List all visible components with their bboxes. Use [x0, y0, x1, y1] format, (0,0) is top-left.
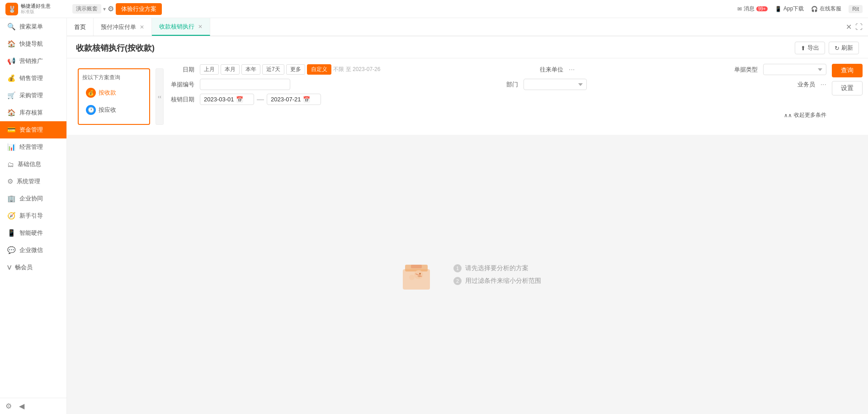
gear-icon[interactable]: ⚙ — [108, 5, 114, 13]
service-icon: 🎧 — [811, 6, 818, 12]
member-icon: Ⅴ — [7, 264, 11, 271]
inventory-icon: 🏠 — [7, 109, 16, 117]
sidebar-item-basicinfo[interactable]: 🗂 基础信息 — [0, 156, 66, 173]
sidebar-item-finance[interactable]: 💳 资金管理 — [0, 121, 66, 138]
account-name[interactable]: 演示账套 — [72, 4, 101, 14]
top-header: 🐰 畅捷通好生意 标准版 演示账套 ▾ ⚙ 体验行业方案 ✉ 消息 99+ 📱 … — [0, 0, 868, 18]
tab-bar: 首页 预付冲应付单 ✕ 收款核销执行 ✕ ✕ ⛶ — [67, 18, 868, 36]
enterprise-icon: 🏢 — [7, 195, 16, 203]
partner-dots[interactable]: ··· — [569, 66, 575, 74]
sidebar-item-label: 智能硬件 — [19, 229, 43, 237]
tab-expand-icon[interactable]: ⛶ — [855, 23, 863, 31]
svg-point-3 — [414, 270, 423, 279]
tab-prepay[interactable]: 预付冲应付单 ✕ — [94, 18, 152, 36]
empty-step-2-label: 用过滤条件来缩小分析范围 — [465, 277, 541, 285]
receivable-option-icon: 🕐 — [86, 105, 96, 115]
receipt-option-label: 按收款 — [99, 89, 116, 97]
sidebar-item-label: 基础信息 — [18, 160, 41, 168]
filter-selector-title: 按以下方案查询 — [82, 74, 146, 81]
sidebar-item-member[interactable]: Ⅴ 畅会员 — [0, 259, 66, 276]
tab-close-all-icon[interactable]: ✕ — [846, 23, 852, 31]
sidebar-item-operation[interactable]: 📊 经营管理 — [0, 138, 66, 156]
empty-illustration — [394, 251, 439, 298]
writeoff-date-end-wrap: 2023-07-21 📅 — [267, 94, 321, 105]
date-end-calendar-icon[interactable]: 📅 — [303, 96, 310, 103]
sidebar-item-label: 库存核算 — [19, 109, 43, 117]
tab-collection-close[interactable]: ✕ — [198, 24, 203, 30]
message-badge: 99+ — [756, 6, 768, 11]
industry-button[interactable]: 体验行业方案 — [116, 3, 162, 15]
sidebar-item-label: 企业协同 — [19, 195, 43, 203]
service-label: 在线客服 — [820, 5, 841, 13]
message-icon-area[interactable]: ✉ 消息 99+ — [737, 5, 768, 13]
empty-state: 1 请先选择要分析的方案 2 用过滤条件来缩小分析范围 — [67, 135, 868, 414]
writeoff-date-start-wrap: 2023-03-01 📅 — [200, 94, 254, 105]
page-title-row: 收款核销执行(按收款) ⬆ 导出 ↻ 刷新 — [76, 42, 859, 54]
sidebar-item-label: 资金管理 — [19, 126, 43, 134]
dept-select[interactable] — [524, 79, 587, 90]
query-button[interactable]: 查询 — [832, 64, 863, 77]
collapse-more-button[interactable]: ∧∧ 收起更多条件 — [171, 109, 826, 122]
sidebar-item-label: 搜索菜单 — [19, 23, 43, 31]
sidebar-item-enterprise[interactable]: 🏢 企业协同 — [0, 190, 66, 207]
query-actions: 查询 设置 — [832, 58, 868, 135]
staff-dots[interactable]: ··· — [821, 81, 826, 89]
bottom-settings-icon[interactable]: ⚙ — [5, 402, 12, 410]
date-no-limit-label: 不限 — [333, 66, 344, 73]
tab-prepay-label: 预付冲应付单 — [101, 23, 136, 31]
sidebar-item-search[interactable]: 🔍 搜索菜单 — [0, 18, 66, 35]
export-button[interactable]: ⬆ 导出 — [795, 42, 825, 54]
page-header: 收款核销执行(按收款) ⬆ 导出 ↻ 刷新 — [67, 36, 868, 58]
date-shortcuts: 上月 本月 本年 近7天 更多 自定义 不限 至 2023-07-26 — [200, 64, 380, 75]
date-btn-last-month[interactable]: 上月 — [200, 64, 219, 75]
quick-icon: 🏠 — [7, 40, 16, 48]
online-service-area[interactable]: 🎧 在线客服 — [811, 5, 841, 13]
sidebar-item-inventory[interactable]: 🏠 库存核算 — [0, 104, 66, 121]
empty-step-1: 1 请先选择要分析的方案 — [453, 264, 541, 272]
date-start-calendar-icon[interactable]: 📅 — [236, 96, 243, 103]
sidebar-item-wechat[interactable]: 💬 企业微信 — [0, 242, 66, 259]
sidebar-item-guide[interactable]: 🧭 新手引导 — [0, 207, 66, 224]
filter-right: 日期 上月 本月 本年 近7天 更多 自定义 不限 至 2023-07-26 — [165, 58, 832, 135]
app-download-area[interactable]: 📱 App下载 — [775, 5, 804, 13]
export-label: 导出 — [807, 44, 819, 52]
receipt-option-icon: 💰 — [86, 88, 96, 98]
sidebar-item-sales[interactable]: 💰 销售管理 — [0, 70, 66, 87]
refresh-button[interactable]: ↻ 刷新 — [829, 42, 859, 54]
operation-icon: 📊 — [7, 143, 16, 151]
voucher-no-input[interactable] — [200, 79, 290, 90]
empty-text: 1 请先选择要分析的方案 2 用过滤条件来缩小分析范围 — [453, 264, 541, 285]
sidebar-item-label: 畅会员 — [15, 263, 33, 271]
filter-option-by-receivable[interactable]: 🕐 按应收 — [82, 102, 146, 118]
main-layout: 🔍 搜索菜单 🏠 快捷导航 📢 营销推广 💰 销售管理 🛒 采购管理 🏠 库存核… — [0, 18, 868, 414]
sidebar-item-hardware[interactable]: 📱 智能硬件 — [0, 224, 66, 242]
sidebar-item-quick[interactable]: 🏠 快捷导航 — [0, 35, 66, 52]
sidebar-item-system[interactable]: ⚙ 系统管理 — [0, 173, 66, 190]
voucher-type-select[interactable] — [763, 64, 826, 75]
filter-option-by-receipt[interactable]: 💰 按收款 — [82, 85, 146, 100]
date-btn-more[interactable]: 更多 — [286, 64, 305, 75]
tab-home-label: 首页 — [74, 23, 86, 31]
sidebar-item-purchase[interactable]: 🛒 采购管理 — [0, 87, 66, 104]
sidebar: 🔍 搜索菜单 🏠 快捷导航 📢 营销推广 💰 销售管理 🛒 采购管理 🏠 库存核… — [0, 18, 67, 414]
refresh-label: 刷新 — [841, 44, 853, 52]
filter-settings-button[interactable]: 设置 — [832, 81, 863, 95]
tab-home[interactable]: 首页 — [67, 18, 94, 36]
date-btn-this-month[interactable]: 本月 — [221, 64, 240, 75]
tab-collection[interactable]: 收款核销执行 ✕ — [152, 18, 210, 36]
tab-prepay-close[interactable]: ✕ — [140, 24, 144, 30]
basicinfo-icon: 🗂 — [7, 161, 14, 168]
svg-rect-2 — [411, 265, 422, 268]
collapse-sidebar-icon[interactable]: ◀ — [19, 402, 24, 410]
app-download-label: App下载 — [783, 5, 804, 13]
filter-panel: 按以下方案查询 💰 按收款 🕐 按应收 ‹‹ — [67, 58, 868, 135]
date-btn-this-year[interactable]: 本年 — [241, 64, 260, 75]
user-avatar[interactable]: Rit — [849, 5, 863, 13]
date-btn-custom[interactable]: 自定义 — [307, 64, 331, 75]
brand-text: 畅捷通好生意 标准版 — [21, 3, 51, 14]
collapse-filter-btn[interactable]: ‹‹ — [156, 68, 164, 125]
brand-logo: 🐰 — [5, 3, 18, 15]
date-btn-7days[interactable]: 近7天 — [262, 64, 284, 75]
sidebar-item-marketing[interactable]: 📢 营销推广 — [0, 52, 66, 70]
dropdown-icon[interactable]: ▾ — [103, 6, 106, 12]
